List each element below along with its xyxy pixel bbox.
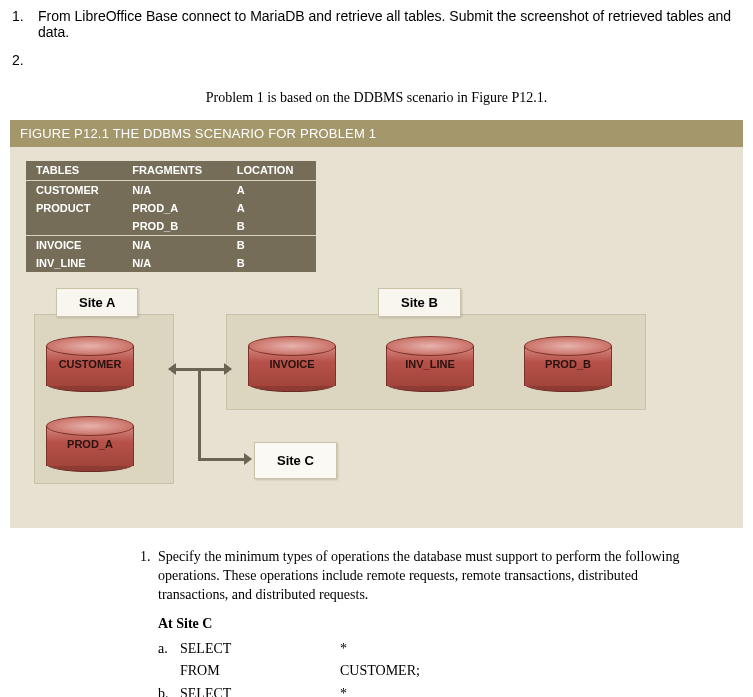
invoice-label: INVOICE xyxy=(248,358,336,370)
table-row: INVOICE N/A B xyxy=(26,236,316,254)
question-1-text: From LibreOffice Base connect to MariaDB… xyxy=(38,8,741,40)
problem-statement: Specify the minimum types of operations … xyxy=(158,548,693,605)
site-b-label: Site B xyxy=(378,288,461,317)
table-row: INV_LINE N/A B xyxy=(26,254,316,272)
inv-line-cylinder-icon: INV_LINE xyxy=(386,336,474,392)
list-item: b. SELECT * xyxy=(158,681,693,697)
site-heading: At Site C xyxy=(158,615,693,634)
inv-line-label: INV_LINE xyxy=(386,358,474,370)
customer-cylinder-icon: CUSTOMER xyxy=(46,336,134,392)
col-location: LOCATION xyxy=(227,161,316,181)
connector-line xyxy=(198,368,201,460)
site-a-label: Site A xyxy=(56,288,138,317)
ddbms-diagram: Site A Site B CUSTOMER PROD_A INVOICE IN… xyxy=(26,286,727,506)
scenario-panel: TABLES FRAGMENTS LOCATION CUSTOMER N/A A… xyxy=(10,147,743,528)
prod-b-label: PROD_B xyxy=(524,358,612,370)
problem-1-block: 1. Specify the minimum types of operatio… xyxy=(0,528,753,697)
col-tables: TABLES xyxy=(26,161,122,181)
question-1: 1. From LibreOffice Base connect to Mari… xyxy=(0,0,753,44)
list-item: a. SELECT * xyxy=(158,636,693,659)
sql-list: a. SELECT * FROM CUSTOMER; b. SELECT * F… xyxy=(158,636,693,697)
list-item: FROM CUSTOMER; xyxy=(158,658,693,681)
table-row: PRODUCT PROD_A A xyxy=(26,199,316,217)
question-1-number: 1. xyxy=(12,8,38,40)
connector-line xyxy=(198,458,246,461)
invoice-cylinder-icon: INVOICE xyxy=(248,336,336,392)
fragment-table: TABLES FRAGMENTS LOCATION CUSTOMER N/A A… xyxy=(26,161,316,272)
prod-a-cylinder-icon: PROD_A xyxy=(46,416,134,472)
question-2-text xyxy=(38,52,741,68)
arrow-left-icon xyxy=(168,363,176,375)
figure-title-bar: FIGURE P12.1 THE DDBMS SCENARIO FOR PROB… xyxy=(10,120,743,147)
problem-intro: Problem 1 is based on the DDBMS scenario… xyxy=(0,72,753,120)
problem-number: 1. xyxy=(140,548,158,605)
arrow-right-icon xyxy=(224,363,232,375)
question-2: 2. xyxy=(0,44,753,72)
col-fragments: FRAGMENTS xyxy=(122,161,226,181)
arrow-right-icon xyxy=(244,453,252,465)
site-c-box: Site C xyxy=(254,442,337,479)
question-2-number: 2. xyxy=(12,52,38,68)
prod-a-label: PROD_A xyxy=(46,438,134,450)
table-header-row: TABLES FRAGMENTS LOCATION xyxy=(26,161,316,181)
table-row: PROD_B B xyxy=(26,217,316,236)
prod-b-cylinder-icon: PROD_B xyxy=(524,336,612,392)
table-row: CUSTOMER N/A A xyxy=(26,181,316,199)
customer-label: CUSTOMER xyxy=(46,358,134,370)
